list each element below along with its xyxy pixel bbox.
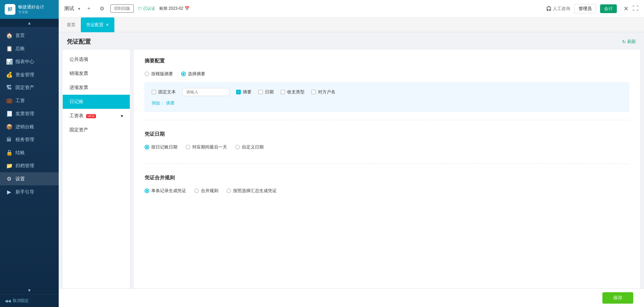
left-nav-public[interactable]: 公共选项 [63,52,130,67]
sidebar-label-capital: 资金管理 [15,72,34,78]
consult-button[interactable]: 🎧 人工咨询 [546,6,570,12]
section-summary: 摘要配置 按模版摘要 选择摘要 [145,58,629,120]
headset-icon: 🎧 [546,6,551,11]
sidebar-scroll-up[interactable]: ▲ [0,19,59,27]
tax-icon: 🏛 [6,137,12,143]
sidebar-item-home[interactable]: 🏠 首页 [0,29,59,42]
example-text: 例如： 摘要 [152,100,622,106]
radio-by-template[interactable]: 按模版摘要 [145,71,173,77]
ledger-icon: 📋 [6,45,12,52]
period-label: 账期 2023-02 📅 [159,6,190,11]
checkbox-date-box [258,90,263,94]
radio-by-journal-date[interactable]: 按日记账日期 [145,144,177,150]
radio-merge-rules[interactable]: 合并规则 [194,188,218,194]
left-nav-journal[interactable]: 日记账 [63,95,130,109]
main-content: 凭证配置 ↻ 刷新 公共选项 销项发票 进项发票 日记账 [59,32,644,307]
sidebar-item-capital[interactable]: 💰 资金管理 [0,68,59,81]
save-button[interactable]: 保存 [602,292,633,304]
right-content: 摘要配置 按模版摘要 选择摘要 [134,50,640,303]
checkbox-summary[interactable]: 摘要 [236,89,252,95]
left-nav-payroll-table[interactable]: 工资表 NEW ▾ [63,109,130,123]
consult-label: 人工咨询 [553,6,570,12]
radio-single-record[interactable]: 单条记录生成凭证 [145,188,186,194]
sidebar-item-settings[interactable]: ⚙ 设置 [0,172,59,185]
checkbox-date[interactable]: 日期 [258,89,274,95]
radio-custom-date[interactable]: 自定义日期 [235,144,264,150]
logo-text-block: 畅捷通好会计 专业版 [18,4,44,15]
sidebar-item-ledger[interactable]: 📋 总账 [0,42,59,55]
radio-custom-date-label: 自定义日期 [242,144,264,150]
switch-old-version-button[interactable]: 切到旧版 [110,4,134,13]
left-nav-fixed-assets[interactable]: 固定资产 [63,123,130,137]
assets-icon: 🏗 [6,85,12,91]
admin-button[interactable]: 管理员 [574,4,596,13]
tab-voucher-config[interactable]: 凭证配置 ✕ [81,17,114,32]
sidebar-label-archive: 归档管理 [15,163,34,169]
radio-period-last-day-label: 对应期间最后一天 [192,144,227,150]
left-nav-public-label: 公共选项 [69,56,88,62]
archive-icon: 📁 [6,163,12,169]
sidebar-item-report[interactable]: 📊 报表中心 [0,55,59,68]
section-merge-title: 凭证合并规则 [145,175,629,181]
sidebar-item-archive[interactable]: 📁 归档管理 [0,159,59,172]
checkbox-counterpart[interactable]: 对方户名 [311,89,335,95]
sidebar-label-home: 首页 [15,33,25,39]
window-expand-icon[interactable]: ⛶ [633,5,639,12]
left-nav-sales-invoice-label: 销项发票 [69,71,88,76]
radio-select-summary[interactable]: 选择摘要 [181,71,205,77]
radio-select-summary-circle [181,72,186,76]
add-button[interactable]: ＋ [84,4,94,13]
sidebar-label-ledger: 总账 [15,46,25,52]
checkbox-pay-type-label: 收支类型 [287,89,305,95]
refresh-button[interactable]: ↻ 刷新 [622,39,636,45]
bottom-bar: 保存 [59,288,644,307]
report-icon: 📊 [6,58,12,65]
page-header: 凭证配置 ↻ 刷新 [59,32,644,50]
sidebar-label-close: 结账 [15,150,25,156]
pin-icon: ◀◀ [5,299,11,303]
date-options-row: 按日记账日期 对应期间最后一天 自定义日期 [145,144,629,150]
radio-period-last-day[interactable]: 对应期间最后一天 [185,144,227,150]
example-prefix: 例如： [152,100,165,105]
tab-close-icon[interactable]: ✕ [106,23,109,27]
radio-merge-rules-label: 合并规则 [201,188,218,194]
window-close-icon[interactable]: ✕ [624,5,629,12]
radio-by-journal-date-label: 按日记账日期 [151,144,177,150]
sidebar-item-guide[interactable]: ▶ 新手引导 [0,185,59,199]
checkbox-pay-type-box [280,90,285,94]
sidebar-item-payroll[interactable]: 💼 工资 [0,94,59,107]
sidebar-item-sales[interactable]: 📦 进销台账 [0,120,59,133]
radio-by-journal-date-circle [145,145,149,149]
logo-subtitle: 专业版 [18,10,44,14]
home-icon: 🏠 [6,32,12,39]
project-dropdown-icon[interactable]: ▾ [78,6,80,11]
tab-home-label: 首页 [67,22,75,28]
sidebar-item-tax[interactable]: 🏛 税务管理 [0,133,59,146]
checkbox-summary-box [236,90,241,94]
checkbox-fixed-text[interactable]: 固定文本 [152,89,176,95]
sidebar-item-invoice[interactable]: 🧾 发票管理 [0,107,59,120]
role-button[interactable]: 会计 [600,4,617,13]
settings-button[interactable]: ⚙ [98,4,106,13]
left-nav-sales-invoice[interactable]: 销项发票 [63,67,130,81]
fixed-text-input[interactable] [182,88,229,96]
tab-home[interactable]: 首页 [61,17,81,32]
checkbox-pay-type[interactable]: 收支类型 [280,89,305,95]
tab-voucher-config-label: 凭证配置 [86,22,104,28]
page-title: 凭证配置 [67,38,91,46]
settings-icon: ⚙ [6,176,12,182]
close-period-icon: 🔒 [6,149,12,156]
radio-by-template-circle [145,72,149,76]
sidebar-scroll-down[interactable]: ▼ [0,286,59,294]
radio-by-selection[interactable]: 按照选择汇总生成凭证 [226,188,277,194]
invoice-icon: 🧾 [6,111,12,117]
guide-icon: ▶ [6,189,12,195]
sidebar-logo: 好 畅捷通好会计 专业版 [0,0,59,19]
logo-icon: 好 [5,4,15,15]
sidebar-cancel-pin[interactable]: ◀◀ 取消固定 [0,294,59,307]
shield-icon: 🛡 [138,6,142,11]
sidebar-item-close[interactable]: 🔒 结账 [0,146,59,159]
left-nav-purchase-invoice[interactable]: 进项发票 [63,81,130,95]
section-merge: 凭证合并规则 单条记录生成凭证 合并规则 按照选择汇总生成凭证 [145,175,629,207]
sidebar-item-assets[interactable]: 🏗 固定资产 [0,81,59,94]
